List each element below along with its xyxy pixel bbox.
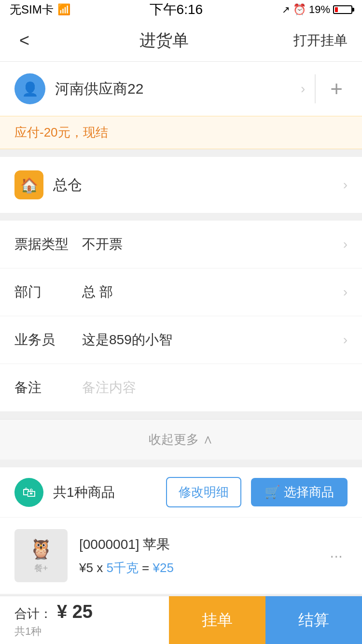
alarm-icon: ⏰: [293, 3, 306, 16]
status-bar: 无SIM卡 📶 下午6:16 ↗ ⏰ 19%: [0, 0, 362, 19]
page-title: 进货单: [139, 29, 189, 52]
bottom-bar: 合计： ¥ 25 共1种 挂单 结算: [0, 596, 362, 644]
select-product-button[interactable]: 🛒 选择商品: [251, 478, 348, 506]
supplier-row[interactable]: 👤 河南供应商22 › +: [0, 62, 362, 116]
warehouse-arrow-icon: ›: [343, 177, 348, 193]
battery-icon: [333, 5, 352, 14]
equals-sign: =: [142, 560, 153, 575]
collapse-bar[interactable]: 收起更多 ∧: [0, 419, 362, 460]
product-code: [0000001]: [79, 537, 139, 552]
products-count: 共1种商品: [53, 483, 156, 502]
department-value: 总 部: [72, 283, 343, 301]
select-product-label: 选择商品: [284, 484, 334, 501]
supplier-arrow-icon: ›: [301, 81, 305, 97]
department-arrow-icon: ›: [343, 284, 348, 300]
warehouse-icon: 🏠: [14, 170, 43, 199]
unit-price: ¥5: [79, 560, 93, 575]
department-label: 部门: [14, 283, 72, 301]
status-right: ↗ ⏰ 19%: [282, 3, 352, 16]
wifi-icon: 📶: [57, 3, 70, 16]
collapse-label: 收起更多 ∧: [149, 432, 213, 447]
form-section: 票据类型 不开票 › 部门 总 部 › 业务员 这是859的小智 › 备注 备注…: [0, 221, 362, 411]
product-total: ¥25: [153, 560, 174, 575]
product-title: 苹果: [143, 537, 170, 552]
salesperson-value: 这是859的小智: [72, 331, 343, 349]
product-thumbnail: 🦉 餐+: [14, 529, 68, 582]
warehouse-name: 总仓: [53, 175, 343, 195]
products-header: 🛍 共1种商品 修改明细 🛒 选择商品: [0, 467, 362, 518]
total-main: 合计： ¥ 25: [14, 602, 154, 622]
warehouse-section: 🏠 总仓 ›: [0, 157, 362, 213]
remark-row[interactable]: 备注 备注内容: [0, 364, 362, 411]
carrier-text: 无SIM卡: [10, 2, 54, 17]
select-product-icon: 🛒: [265, 485, 280, 500]
battery-percent: 19%: [309, 3, 330, 16]
location-icon: ↗: [282, 4, 290, 15]
product-info: [0000001] 苹果 ¥5 x 5千克 = ¥25: [79, 535, 325, 576]
hold-button-label: 挂单: [202, 610, 233, 631]
owl-icon: 🦉: [29, 538, 53, 560]
add-supplier-button[interactable]: +: [325, 77, 348, 101]
supplier-section: 👤 河南供应商22 › + 应付-20元，现结: [0, 62, 362, 149]
supplier-divider: [315, 74, 316, 103]
status-carrier: 无SIM卡 📶: [10, 2, 70, 17]
invoice-row[interactable]: 票据类型 不开票 ›: [0, 221, 362, 268]
nav-bar: < 进货单 打开挂单: [0, 19, 362, 62]
total-label: 合计：: [14, 605, 52, 622]
salesperson-arrow-icon: ›: [343, 332, 348, 348]
warehouse-row[interactable]: 🏠 总仓 ›: [0, 157, 362, 213]
owl-label: 餐+: [34, 562, 48, 574]
battery-fill: [335, 7, 338, 12]
warehouse-building-icon: 🏠: [20, 177, 38, 194]
invoice-label: 票据类型: [14, 235, 72, 253]
status-time: 下午6:16: [150, 0, 203, 19]
supplier-avatar: 👤: [14, 73, 45, 104]
back-button[interactable]: <: [14, 26, 34, 56]
products-icon: 🛍: [14, 478, 43, 507]
product-quantity: 5千克: [106, 560, 138, 575]
price-separator: x: [97, 560, 106, 575]
checkout-button[interactable]: 结算: [265, 596, 362, 644]
remark-input[interactable]: 备注内容: [72, 378, 348, 397]
remark-label: 备注: [14, 378, 72, 397]
supplier-notice: 应付-20元，现结: [0, 116, 362, 149]
checkout-button-label: 结算: [298, 610, 329, 631]
product-more-button[interactable]: ···: [325, 542, 348, 570]
total-section: 合计： ¥ 25 共1种: [0, 596, 169, 644]
product-name: [0000001] 苹果: [79, 535, 325, 554]
total-count: 共1种: [14, 624, 154, 639]
salesperson-row[interactable]: 业务员 这是859的小智 ›: [0, 316, 362, 364]
product-price: ¥5 x 5千克 = ¥25: [79, 560, 325, 576]
open-hold-button[interactable]: 打开挂单: [293, 31, 348, 50]
edit-detail-button[interactable]: 修改明细: [166, 477, 241, 507]
salesperson-label: 业务员: [14, 331, 72, 349]
invoice-arrow-icon: ›: [343, 237, 348, 252]
product-item: 🦉 餐+ [0000001] 苹果 ¥5 x 5千克 = ¥25 ···: [0, 518, 362, 594]
invoice-value: 不开票: [72, 235, 343, 253]
hold-button[interactable]: 挂单: [169, 596, 265, 644]
department-row[interactable]: 部门 总 部 ›: [0, 268, 362, 316]
total-amount: ¥ 25: [57, 602, 93, 622]
cart-icon: 🛍: [22, 484, 36, 500]
avatar-icon: 👤: [22, 81, 39, 97]
supplier-name: 河南供应商22: [55, 79, 301, 99]
